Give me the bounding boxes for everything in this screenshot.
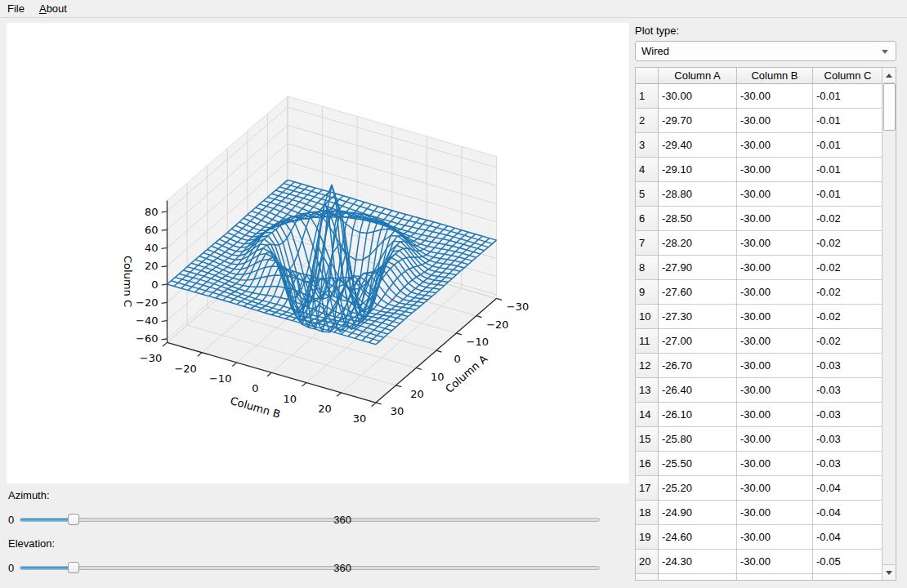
table-row[interactable] [636, 574, 883, 581]
plot-figure[interactable]: −30−20−1001020303020100−10−20−30−60−40−2… [7, 23, 629, 483]
cell-column-a[interactable]: -29.10 [659, 158, 737, 182]
cell-column-c[interactable]: -0.04 [813, 525, 883, 550]
table-row[interactable]: 11-27.00-30.00-0.02 [636, 329, 883, 354]
cell-column-c[interactable]: -0.02 [813, 231, 883, 256]
cell-column-b[interactable]: -30.00 [737, 403, 813, 427]
cell-column-b[interactable]: -30.00 [737, 280, 813, 305]
row-number-cell[interactable]: 3 [636, 133, 659, 158]
row-number-cell[interactable]: 6 [636, 207, 659, 231]
row-number-cell[interactable]: 17 [636, 476, 659, 501]
cell-column-a[interactable]: -27.90 [659, 256, 737, 280]
cell-column-a[interactable]: -29.40 [659, 133, 737, 158]
table-row[interactable]: 8-27.90-30.00-0.02 [636, 256, 883, 280]
cell-column-c[interactable]: -0.02 [813, 207, 883, 231]
elevation-slider-track[interactable] [20, 566, 600, 570]
table-header-column-b[interactable]: Column B [737, 68, 813, 84]
cell-column-b[interactable]: -30.00 [737, 427, 813, 452]
row-number-cell[interactable]: 10 [636, 305, 659, 329]
table-row[interactable]: 5-28.80-30.00-0.01 [636, 182, 883, 207]
row-number-cell[interactable]: 12 [636, 354, 659, 378]
plot-type-select[interactable]: Wired [635, 41, 896, 61]
menu-item-file[interactable]: File [0, 0, 32, 17]
table-row[interactable]: 18-24.90-30.00-0.04 [636, 501, 883, 525]
cell-column-c[interactable]: -0.04 [813, 476, 883, 501]
table-row[interactable]: 12-26.70-30.00-0.03 [636, 354, 883, 378]
cell-column-a[interactable]: -28.50 [659, 207, 737, 231]
cell-column-b[interactable]: -30.00 [737, 354, 813, 378]
table-header-column-a[interactable]: Column A [659, 68, 737, 84]
table-row[interactable]: 7-28.20-30.00-0.02 [636, 231, 883, 256]
row-number-cell[interactable]: 19 [636, 525, 659, 550]
table-row[interactable]: 9-27.60-30.00-0.02 [636, 280, 883, 305]
table-header-column-c[interactable]: Column C [813, 68, 883, 84]
cell-column-a[interactable]: -24.90 [659, 501, 737, 525]
table-row[interactable]: 1-30.00-30.00-0.01 [636, 84, 883, 109]
menu-item-about[interactable]: About [32, 0, 74, 17]
table-row[interactable]: 4-29.10-30.00-0.01 [636, 158, 883, 182]
cell-column-a[interactable]: -26.70 [659, 354, 737, 378]
wireframe-3d-plot[interactable]: −30−20−1001020303020100−10−20−30−60−40−2… [7, 23, 629, 483]
row-number-cell[interactable]: 20 [636, 550, 659, 574]
cell-column-a[interactable]: -24.30 [659, 550, 737, 574]
row-number-cell[interactable]: 16 [636, 452, 659, 476]
cell-column-a[interactable]: -24.60 [659, 525, 737, 550]
cell-column-c[interactable]: -0.01 [813, 109, 883, 133]
azimuth-slider-track[interactable] [20, 518, 600, 522]
row-number-cell[interactable]: 4 [636, 158, 659, 182]
cell-column-b[interactable]: -30.00 [737, 256, 813, 280]
cell-column-c[interactable]: -0.03 [813, 427, 883, 452]
cell-column-c[interactable]: -0.01 [813, 182, 883, 207]
table-row[interactable]: 13-26.40-30.00-0.03 [636, 378, 883, 403]
cell-column-c[interactable]: -0.02 [813, 305, 883, 329]
cell-empty[interactable] [813, 574, 883, 581]
table-row[interactable]: 6-28.50-30.00-0.02 [636, 207, 883, 231]
cell-column-c[interactable]: -0.02 [813, 256, 883, 280]
cell-column-b[interactable]: -30.00 [737, 182, 813, 207]
cell-column-b[interactable]: -30.00 [737, 550, 813, 574]
cell-column-b[interactable]: -30.00 [737, 501, 813, 525]
cell-column-c[interactable]: -0.05 [813, 550, 883, 574]
cell-empty[interactable] [659, 574, 737, 581]
cell-column-c[interactable]: -0.01 [813, 133, 883, 158]
cell-column-c[interactable]: -0.01 [813, 84, 883, 109]
cell-column-c[interactable]: -0.03 [813, 452, 883, 476]
scrollbar-up-button[interactable] [882, 68, 895, 83]
cell-column-b[interactable]: -30.00 [737, 329, 813, 354]
row-number-cell[interactable]: 11 [636, 329, 659, 354]
cell-column-c[interactable]: -0.02 [813, 329, 883, 354]
table-row[interactable]: 2-29.70-30.00-0.01 [636, 109, 883, 133]
cell-column-a[interactable]: -28.20 [659, 231, 737, 256]
cell-column-b[interactable]: -30.00 [737, 133, 813, 158]
table-row[interactable]: 14-26.10-30.00-0.03 [636, 403, 883, 427]
cell-column-c[interactable]: -0.02 [813, 280, 883, 305]
table-row[interactable]: 17-25.20-30.00-0.04 [636, 476, 883, 501]
table-row[interactable]: 3-29.40-30.00-0.01 [636, 133, 883, 158]
row-number-cell[interactable] [636, 574, 659, 581]
cell-column-b[interactable]: -30.00 [737, 378, 813, 403]
cell-column-b[interactable]: -30.00 [737, 452, 813, 476]
row-number-cell[interactable]: 1 [636, 84, 659, 109]
cell-column-a[interactable]: -26.10 [659, 403, 737, 427]
cell-column-a[interactable]: -25.80 [659, 427, 737, 452]
cell-column-b[interactable]: -30.00 [737, 207, 813, 231]
cell-column-c[interactable]: -0.03 [813, 354, 883, 378]
cell-column-a[interactable]: -27.30 [659, 305, 737, 329]
row-number-cell[interactable]: 8 [636, 256, 659, 280]
cell-column-a[interactable]: -27.00 [659, 329, 737, 354]
cell-column-a[interactable]: -30.00 [659, 84, 737, 109]
table-row[interactable]: 20-24.30-30.00-0.05 [636, 550, 883, 574]
row-number-cell[interactable]: 18 [636, 501, 659, 525]
cell-column-a[interactable]: -25.20 [659, 476, 737, 501]
row-number-cell[interactable]: 13 [636, 378, 659, 403]
scrollbar-down-button[interactable] [882, 564, 895, 580]
row-number-cell[interactable]: 14 [636, 403, 659, 427]
table-row[interactable]: 19-24.60-30.00-0.04 [636, 525, 883, 550]
row-number-cell[interactable]: 2 [636, 109, 659, 133]
table-row[interactable]: 15-25.80-30.00-0.03 [636, 427, 883, 452]
cell-column-c[interactable]: -0.01 [813, 158, 883, 182]
row-number-cell[interactable]: 7 [636, 231, 659, 256]
cell-column-b[interactable]: -30.00 [737, 305, 813, 329]
cell-column-b[interactable]: -30.00 [737, 231, 813, 256]
row-number-cell[interactable]: 9 [636, 280, 659, 305]
cell-column-a[interactable]: -26.40 [659, 378, 737, 403]
